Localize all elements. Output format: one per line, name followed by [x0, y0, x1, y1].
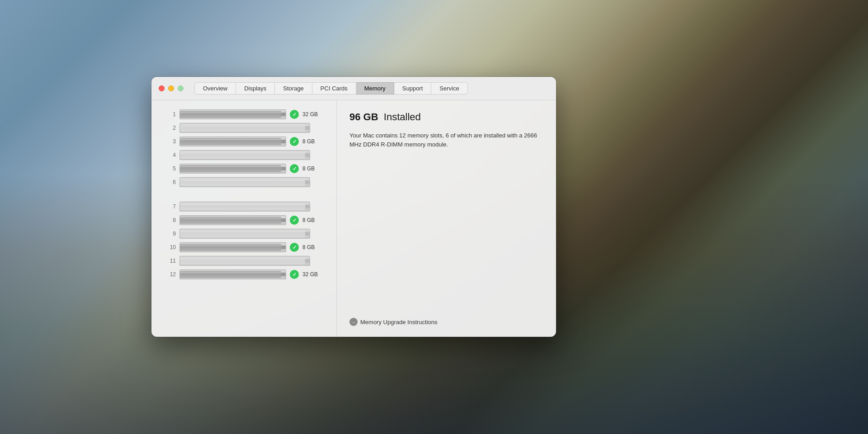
slot-status-icon-12 [290, 270, 299, 279]
slot-number-5: 5 [165, 165, 176, 172]
slot-size-3: 8 GB [302, 138, 323, 145]
slot-bar-12 [179, 269, 286, 279]
tab-service[interactable]: Service [431, 82, 467, 94]
memory-installed-label: Installed [384, 111, 421, 123]
slot-row-10: 10 8 GB [165, 242, 323, 252]
slot-row-8: 8 8 GB [165, 215, 323, 225]
slot-number-10: 10 [165, 244, 176, 250]
tab-overview[interactable]: Overview [194, 82, 236, 94]
slot-row-6: 6 [165, 177, 323, 187]
slot-bar-1 [179, 109, 286, 119]
slot-group-1: 1 32 GB 2 [165, 109, 323, 187]
slot-status-icon-3 [290, 137, 299, 146]
memory-description: Your Mac contains 12 memory slots, 6 of … [349, 131, 543, 149]
slot-bar-8 [179, 215, 286, 225]
slot-bar-11 [179, 256, 310, 266]
slot-number-9: 9 [165, 231, 176, 237]
slot-size-5: 8 GB [302, 165, 323, 172]
close-button[interactable] [159, 85, 165, 91]
slot-number-3: 3 [165, 138, 176, 145]
slot-status-icon-10 [290, 243, 299, 252]
slot-bar-5 [179, 164, 286, 174]
slot-bar-9 [179, 229, 310, 239]
slot-group-2: 7 8 [165, 202, 323, 279]
tab-storage[interactable]: Storage [275, 82, 312, 94]
title-bar: Overview Displays Storage PCI Cards Memo… [151, 77, 556, 100]
slot-row-9: 9 [165, 229, 323, 239]
memory-upgrade-link[interactable]: Memory Upgrade Instructions [349, 318, 543, 326]
slot-bar-2 [179, 123, 310, 133]
slot-number-1: 1 [165, 111, 176, 118]
slot-status-icon-8 [290, 216, 299, 225]
slot-bar-6 [179, 177, 310, 187]
memory-amount: 96 GB [349, 111, 378, 123]
slot-bar-7 [179, 202, 310, 212]
slot-bar-3 [179, 137, 286, 146]
slot-row-3: 3 8 GB [165, 137, 323, 146]
slot-size-1: 32 GB [302, 111, 323, 118]
slot-bar-4 [179, 150, 310, 160]
slot-group-divider [165, 194, 323, 202]
tab-support[interactable]: Support [394, 82, 432, 94]
maximize-button[interactable] [178, 85, 184, 91]
slot-number-8: 8 [165, 217, 176, 223]
tab-pci-cards[interactable]: PCI Cards [312, 82, 356, 94]
slot-row-4: 4 [165, 150, 323, 160]
slot-status-icon-5 [290, 164, 299, 173]
slot-row-11: 11 [165, 256, 323, 266]
slot-bar-10 [179, 242, 286, 252]
minimize-button[interactable] [168, 85, 174, 91]
slot-row-12: 12 32 GB [165, 269, 323, 279]
slot-row-5: 5 8 GB [165, 164, 323, 174]
memory-installed-title: 96 GB Installed [349, 111, 543, 123]
tab-displays[interactable]: Displays [236, 82, 275, 94]
slot-size-12: 32 GB [302, 271, 323, 278]
content-area: 1 32 GB 2 [151, 100, 556, 337]
slot-number-11: 11 [165, 258, 176, 264]
slot-number-4: 4 [165, 152, 176, 158]
slot-size-8: 8 GB [302, 217, 323, 223]
slot-number-7: 7 [165, 203, 176, 210]
slot-size-10: 8 GB [302, 244, 323, 250]
upgrade-arrow-icon [349, 318, 358, 326]
slot-number-12: 12 [165, 271, 176, 278]
slot-row-7: 7 [165, 202, 323, 212]
slot-row-1: 1 32 GB [165, 109, 323, 119]
upgrade-link-label: Memory Upgrade Instructions [360, 319, 438, 326]
slot-number-2: 2 [165, 125, 176, 131]
tab-memory[interactable]: Memory [356, 82, 394, 94]
slot-row-2: 2 [165, 123, 323, 133]
memory-info-panel: 96 GB Installed Your Mac contains 12 mem… [337, 100, 556, 337]
tab-bar: Overview Displays Storage PCI Cards Memo… [194, 82, 468, 94]
slot-status-icon-1 [290, 110, 299, 119]
system-information-window: Overview Displays Storage PCI Cards Memo… [151, 77, 556, 337]
slot-number-6: 6 [165, 179, 176, 185]
memory-slots-panel: 1 32 GB 2 [151, 100, 337, 337]
